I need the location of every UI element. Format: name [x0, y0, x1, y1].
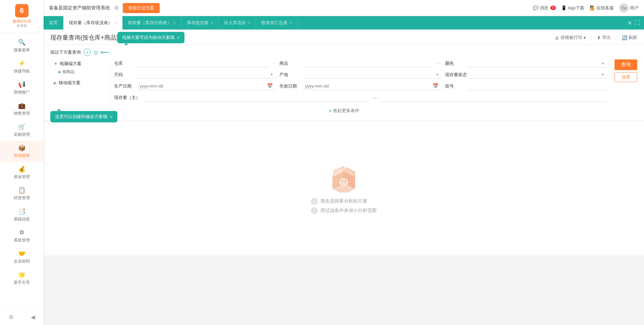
warehouse-input[interactable] — [137, 59, 268, 67]
logo-badge: 标准版 — [17, 23, 27, 28]
query-btn[interactable]: 查询 — [614, 59, 637, 70]
range-separator: — — [373, 95, 377, 100]
briefcase-icon: 💼 — [18, 102, 25, 109]
close-all-tabs-btn[interactable]: ✕ — [628, 20, 632, 26]
star-icon: 🌟 — [18, 271, 25, 278]
filter-edit-btn[interactable]: ⊙ — [94, 49, 98, 56]
tab-inout-flow[interactable]: 出入库流水 × — [219, 16, 256, 30]
field-batch: 批号 — [445, 82, 606, 90]
sidebar-item-guide[interactable]: 🌟 新手引导 — [0, 268, 44, 289]
support-btn[interactable]: 💁 在线客服 — [590, 5, 614, 11]
filter-header: 按以下方案查询 + ⊙ ⟵ 电脑方案可设为移动方案哦 × .tooltip-po… — [50, 49, 637, 56]
exp-date-calendar-icon[interactable]: 📅 — [433, 83, 438, 89]
exp-date-field[interactable] — [305, 84, 432, 89]
app-label: App下载 — [568, 5, 584, 11]
stock-status-select[interactable]: ▾ — [470, 71, 606, 78]
size-select-arrow: ▾ — [271, 72, 273, 77]
tab-stock-status[interactable]: 现存量（库存状况表） × — [63, 16, 122, 30]
tab-inout-flow-close[interactable]: × — [248, 20, 250, 25]
stock-qty-to[interactable] — [380, 94, 607, 102]
message-badge: 9 — [550, 6, 556, 10]
mobile-icon: 📱 — [561, 5, 567, 10]
batch-input[interactable] — [468, 82, 606, 90]
refresh-label: 刷新 — [629, 35, 637, 41]
set-btn[interactable]: 设置 — [614, 72, 637, 82]
user-btn[interactable]: Ea 用户 — [619, 3, 639, 13]
color-select[interactable]: ▾ — [468, 60, 606, 67]
tab-batch-ledger[interactable]: 库存批次账 × — [181, 16, 219, 30]
sidebar-footer: ⚙ ◀ — [0, 309, 44, 325]
scheme-desktop-group[interactable]: ▼ 电脑端方案 — [50, 59, 107, 68]
refresh-btn[interactable]: 🔄 刷新 — [622, 35, 637, 41]
sidebar-item-search[interactable]: 🔍 搜索菜单 — [0, 35, 44, 56]
prod-date-calendar-icon[interactable]: 📅 — [267, 83, 273, 89]
scheme-mobile-group[interactable]: ▶ 移动端方案 — [50, 78, 107, 87]
tab-collect-summary[interactable]: 收发存汇总表 × — [256, 16, 298, 30]
empty-tip-1: 1 请先选择要分析的方案 — [311, 198, 377, 205]
tab-stock-dist[interactable]: 现存量（库存分布表） × — [122, 16, 181, 30]
sidebar-item-cooperation[interactable]: 🤝 企业协同 — [0, 247, 44, 268]
prod-date-field[interactable] — [140, 84, 267, 89]
warehouse-dots-btn[interactable]: ··· — [271, 60, 275, 66]
sidebar-item-inventory[interactable]: 📦 库存核算 — [0, 141, 44, 162]
tab-stock-dist-close[interactable]: × — [173, 20, 176, 25]
industry-solution-btn[interactable]: 体验行业方案 — [123, 3, 160, 13]
export-btn[interactable]: ⬆ 导出 — [597, 35, 611, 41]
sidebar-item-marketing[interactable]: 📢 营销推广 — [0, 77, 44, 99]
message-btn[interactable]: 💬 消息 9 — [533, 5, 556, 11]
maximize-btn[interactable]: ⛶ — [635, 20, 640, 26]
print-label: 按模板打印 — [560, 35, 582, 41]
prod-date-input[interactable]: 📅 — [137, 82, 275, 90]
tabbar: 首页 现存量（库存状况表） × 现存量（库存分布表） × 库存批次账 × 出入库… — [44, 16, 644, 30]
message-icon: 💬 — [533, 5, 538, 10]
tab-inout-flow-label: 出入库流水 — [224, 20, 246, 26]
app-download-btn[interactable]: 📱 App下载 — [561, 5, 584, 11]
stock-qty-from[interactable] — [143, 94, 370, 102]
scheme-item-by-goods[interactable]: 按商品 — [58, 68, 107, 76]
tab-home[interactable]: 首页 — [44, 16, 63, 30]
field-goods-input[interactable]: ··· — [302, 59, 441, 67]
sidebar-item-purchase[interactable]: 🛒 采购管理 — [0, 120, 44, 141]
message-label: 消息 — [540, 5, 548, 11]
print-btn[interactable]: 🖨 按模板打印 ▾ — [555, 35, 586, 41]
sidebar-label-search: 搜索菜单 — [14, 47, 30, 53]
origin-select[interactable]: ▾ — [302, 71, 441, 78]
tab-batch-ledger-close[interactable]: × — [211, 20, 213, 25]
field-goods: 商品 ··· — [279, 59, 441, 67]
filter-label: 按以下方案查询 — [50, 49, 81, 55]
export-icon: ⬆ — [597, 35, 601, 40]
size-select[interactable]: ▾ — [137, 71, 275, 78]
page-content: 现存量查询(按仓库+商品) 🖨 按模板打印 ▾ ⬆ 导出 🔄 刷新 — [44, 30, 644, 325]
exp-date-input[interactable]: 📅 — [302, 82, 441, 90]
tab-stock-status-label: 现存量（库存状况表） — [69, 20, 112, 26]
field-warehouse-input[interactable]: ··· — [137, 59, 275, 67]
logo-char: 6 — [20, 6, 24, 15]
filter-add-btn[interactable]: + — [84, 49, 91, 56]
collapse-btn[interactable]: ∧ 收起更多条件 — [50, 105, 637, 116]
filter-back-btn[interactable]: ⟵ — [101, 49, 109, 56]
field-color-label: 颜色 — [445, 60, 465, 66]
tab-stock-status-close[interactable]: × — [114, 20, 117, 25]
tab-collect-summary-close[interactable]: × — [289, 20, 292, 25]
topbar-settings-btn[interactable]: ⚙ — [114, 5, 119, 11]
topbar-right: 💬 消息 9 📱 App下载 💁 在线客服 Ea 用户 — [533, 3, 639, 13]
scheme-desktop-subs: 按商品 — [50, 68, 107, 76]
sidebar-item-assets[interactable]: 💰 资金管理 — [0, 162, 44, 183]
gear-icon: ⚙ — [19, 229, 24, 236]
settings-footer-btn[interactable]: ⚙ — [6, 313, 16, 322]
tooltip2-close[interactable]: × — [110, 114, 113, 119]
sidebar-item-base[interactable]: 📑 基础信息 — [0, 204, 44, 225]
tip-text-1: 请先选择要分析的方案 — [320, 198, 367, 204]
sidebar-item-system[interactable]: ⚙ 系统管理 — [0, 225, 44, 247]
goods-input[interactable] — [302, 59, 434, 67]
export-label: 导出 — [602, 35, 611, 41]
sidebar-item-sales[interactable]: 💼 销售管理 — [0, 99, 44, 120]
field-color: 颜色 ▾ — [445, 60, 606, 67]
sidebar-item-nav[interactable]: ⚡ 快捷导航 — [0, 56, 44, 77]
filter-fields-area: 仓库 ··· 商品 ··· — [114, 59, 606, 105]
tooltip1-close[interactable]: × — [177, 35, 180, 40]
collapse-sidebar-btn[interactable]: ◀ — [28, 313, 38, 322]
goods-dots-btn[interactable]: ··· — [436, 60, 441, 66]
filter-row-3: 生产日期 📅 失效日期 📅 — [114, 82, 606, 90]
sidebar-item-operations[interactable]: 📋 经营管理 — [0, 183, 44, 204]
